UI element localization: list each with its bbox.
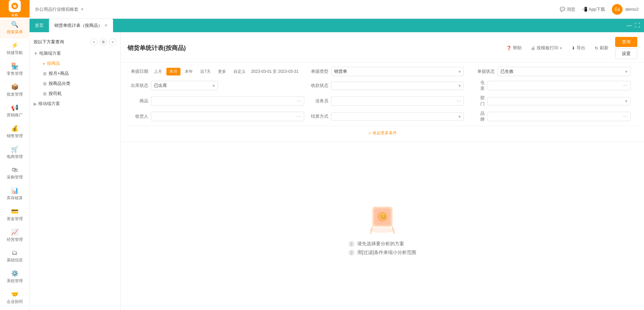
refresh-label: 刷新 [600,45,608,51]
minimize-icon[interactable]: — [627,22,632,29]
refresh-btn[interactable]: ↻ 刷新 [592,44,611,52]
maximize-icon[interactable]: ⛶ [635,22,640,29]
salesperson-dots[interactable]: ··· [457,98,461,104]
sidebar-item-wholesale[interactable]: 📦 批发管理 [0,80,30,101]
warehouse-status-label: 出库状态 [127,83,151,89]
sidebar-item-label: 经营管理 [7,237,23,243]
sidebar-item-label: 批发管理 [7,92,23,97]
page-title-bar: 销货单统计表(按商品) ❓ 帮助 🖨 按模板打印 ▾ ⬇ 导出 [121,32,644,63]
dropdown-icon[interactable]: ▾ [81,7,84,12]
app-download-btn[interactable]: 📲 App下载 [582,6,605,12]
doc-type-label: 单据类型 [311,68,331,74]
doc-type-value: 销货单 [334,68,347,74]
department-label: 部门 [477,95,487,107]
product-content: ··· [151,96,304,106]
tab-home[interactable]: 首页 [30,19,49,32]
sidebar-item-label: 零售管理 [7,71,23,76]
svg-point-2 [369,227,396,233]
sidebar-item-business[interactable]: 📈 经营管理 [0,225,30,246]
sidebar-item-label: 企业协同 [7,299,23,305]
add-scheme-btn[interactable]: + [90,38,98,46]
sidebar-item-enterprise[interactable]: 🤝 企业协同 [0,287,30,308]
template-print-btn[interactable]: 🖨 按模板打印 ▾ [528,44,565,52]
topbar: 办公用品行业模拟账套 ▾ 💬 消息 📲 App下载 Ea demo2 [30,0,644,19]
product-input[interactable]: ··· [151,96,304,106]
tree-item-by-driver[interactable]: ▦ 按司机 [30,89,120,99]
sidebar-item-guide[interactable]: 🎯 新手引导 [0,308,30,310]
user-profile[interactable]: Ea demo2 [612,4,639,15]
export-icon: ⬇ [572,46,575,51]
sidebar-item-system[interactable]: ⚙️ 系统管理 [0,266,30,287]
left-panel-header: 按以下方案查询 + ⚙ « [30,36,120,48]
tree-item-label: 按商品 [47,60,60,66]
sidebar-item-ecommerce[interactable]: 🛒 电商管理 [0,142,30,163]
tab-close-icon[interactable]: ✕ [104,23,108,28]
product-dots[interactable]: ··· [297,98,301,104]
help-btn[interactable]: ❓ 帮助 [503,44,524,52]
empty-tip-1: 1 请先选择要分析的方案 [348,241,416,247]
collapse-panel-btn[interactable]: « [109,38,116,46]
scheme-settings-btn[interactable]: ⚙ [100,38,107,46]
date-btn-this-month[interactable]: 本月 [166,68,180,75]
date-btn-7days[interactable]: 近7天 [197,68,214,75]
tree-item-icon: ▦ [43,81,47,86]
date-btn-this-year[interactable]: 本年 [182,68,196,75]
query-btn[interactable]: 查询 [615,37,637,47]
tree-item-by-product-category[interactable]: ▦ 按商品分类 [30,79,120,89]
receiver-dots[interactable]: ··· [297,113,301,119]
sidebar-item-label: 库存核算 [7,195,23,201]
department-select[interactable]: ▾ [487,97,631,105]
tab-sales-stats[interactable]: 销货单统计表（按商品） ✕ [49,19,113,32]
logo-text: 标账 [11,13,18,17]
sidebar-item-purchase[interactable]: 🛍 采购管理 [0,163,30,184]
collapse-btn[interactable]: ∧ 收起更多条件 [366,128,398,138]
payment-status-select[interactable]: ▾ [331,82,464,90]
doc-type-select[interactable]: 销货单 ▾ [331,67,464,76]
svg-text:😊: 😊 [380,213,387,220]
settlement-label: 结算方式 [311,113,331,119]
print-icon: 🖨 [531,46,535,51]
sidebar-item-quick-nav[interactable]: ⚡ 快捷导航 [0,38,30,59]
doc-type-arrow: ▾ [459,69,461,74]
tab-bar: 首页 销货单统计表（按商品） ✕ — ⛶ [30,19,644,32]
payment-status-filter: 收款状态 ▾ [304,82,471,90]
date-btn-custom[interactable]: 自定义 [230,68,249,75]
settlement-select[interactable]: ▾ [331,112,464,121]
date-btn-last-month[interactable]: 上月 [151,68,165,75]
sidebar-item-basic[interactable]: 🗂 基础信息 [0,246,30,266]
wholesale-icon: 📦 [11,83,18,91]
salesperson-input[interactable]: ··· [331,96,464,106]
brand-input[interactable]: ··· [487,112,631,121]
sidebar-item-search-menu[interactable]: 🔍 搜索菜单 [0,17,30,38]
sidebar-item-sales[interactable]: 💰 销售管理 [0,121,30,142]
sidebar-item-inventory[interactable]: 📊 库存核算 [0,184,30,204]
settings-btn[interactable]: 设置 [615,48,637,59]
warehouse-status-select[interactable]: 已出库 ▾ [151,81,218,90]
settlement-arrow: ▾ [459,114,461,119]
tree-parent-pc[interactable]: ▼ 电脑端方案 [30,48,120,58]
product-label: 商品 [127,98,151,104]
right-content: 销货单统计表(按商品) ❓ 帮助 🖨 按模板打印 ▾ ⬇ 导出 [121,32,644,310]
page-actions: ❓ 帮助 🖨 按模板打印 ▾ ⬇ 导出 ↻ 刷新 [503,37,637,59]
sidebar-item-finance[interactable]: 💳 资金管理 [0,204,30,225]
brand-dots[interactable]: ··· [623,113,628,119]
tree-item-icon: ▦ [43,91,47,96]
tree-item-by-product[interactable]: ● 按商品 [30,58,120,68]
warehouse-dots[interactable]: ··· [623,83,628,89]
tree-parent-mobile[interactable]: ▶ 移动端方案 [30,99,120,109]
receiver-input[interactable]: ··· [151,112,304,121]
message-btn[interactable]: 💬 消息 [560,6,575,12]
date-btn-more[interactable]: 更多 [215,68,229,75]
tree-item-by-month-product[interactable]: ▦ 按月+商品 [30,68,120,79]
system-icon: ⚙️ [11,270,18,277]
warehouse-input[interactable]: ··· [487,81,631,90]
sidebar-item-retail[interactable]: 🏪 零售管理 [0,59,30,80]
help-icon: ❓ [506,46,512,51]
export-btn[interactable]: ⬇ 导出 [569,44,588,52]
payment-status-label: 收款状态 [311,83,331,89]
sidebar-item-marketing[interactable]: 📢 营销推广 [0,101,30,121]
doc-status-select[interactable]: 已生效 ▾ [497,67,631,76]
left-panel: 按以下方案查询 + ⚙ « ▼ 电脑端方案 ● 按商品 ▦ [30,32,121,310]
collapse-row: ∧ 收起更多条件 [127,126,637,138]
warehouse-status-content: 已出库 ▾ [151,81,304,90]
